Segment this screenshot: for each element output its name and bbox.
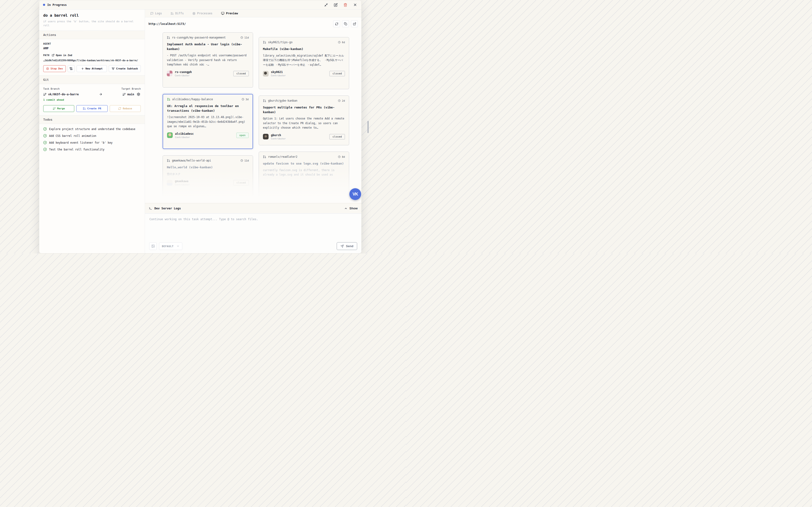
minimize-button[interactable]: [324, 3, 328, 7]
pr-status-badge: open: [236, 133, 249, 138]
pr-card-sky0621[interactable]: sky0621/tips-go 6d Makefile (vibe-kanban…: [259, 37, 349, 89]
delete-button[interactable]: [343, 3, 348, 7]
avatar: [167, 71, 172, 76]
todo-item: Test the barrel roll functionality: [43, 148, 141, 151]
variant-select[interactable]: DEFAULT: [159, 242, 182, 250]
tab-logs[interactable]: Logs: [150, 12, 162, 15]
send-icon: [341, 244, 344, 248]
merge-button[interactable]: Merge: [43, 105, 74, 112]
external-link-icon: [353, 22, 356, 25]
dialog-header: In Progress: [39, 0, 361, 10]
rebase-button[interactable]: Rebase: [110, 105, 141, 112]
path-label: PATH: [43, 54, 49, 57]
stop-circle-icon: [46, 67, 49, 70]
create-subtask-button[interactable]: Create Subtask: [109, 65, 141, 72]
close-icon: [353, 3, 357, 7]
clock-icon: [338, 155, 341, 158]
check-circle-icon: [43, 127, 47, 131]
clock-icon: [338, 99, 341, 102]
check-circle-icon: [43, 148, 47, 151]
check-circle-icon: [43, 134, 47, 137]
commits-ahead: 1 commit ahead: [43, 98, 141, 101]
open-external-button[interactable]: [351, 20, 358, 27]
edit-button[interactable]: [334, 3, 338, 7]
image-icon: [151, 244, 155, 248]
git-fork-icon: [112, 67, 115, 70]
section-todos: Todos: [39, 115, 145, 124]
dev-logs-button[interactable]: [68, 65, 75, 72]
pr-status-badge: closed: [233, 180, 249, 185]
url-text[interactable]: http://localhost:5173/: [149, 22, 186, 25]
message-input[interactable]: [145, 214, 361, 236]
git-pull-request-icon: [167, 98, 170, 101]
agent-label: AGENT: [43, 43, 141, 45]
pr-card-alcibiadesc[interactable]: alcibiadesc/happy-balance 3d UX: Arregla…: [163, 94, 253, 149]
section-actions: Actions: [39, 31, 145, 39]
copy-icon: [344, 22, 347, 25]
clock-icon: [242, 98, 244, 101]
tab-processes[interactable]: Processes: [192, 12, 212, 15]
agent-value: AMP: [43, 47, 141, 50]
dev-server-logs-bar[interactable]: Dev Server Logs Show: [145, 203, 361, 213]
scroll-icon: [69, 67, 72, 70]
target-branch-name: main: [128, 93, 134, 96]
pr-card-romanlv[interactable]: romanlv/readlater2 8d update favicon to …: [259, 152, 349, 203]
chevron-down-icon: [176, 244, 180, 247]
branch-settings-button[interactable]: [136, 92, 141, 97]
attach-image-button[interactable]: [149, 242, 157, 250]
git-pull-request-icon: [170, 12, 173, 15]
pr-card-gburch[interactable]: gburch/gybe-kanban 2d Support multiple r…: [259, 96, 349, 145]
worktree-path: …2dz0k7n62z93299r0000gn/T/vibe-kanban/wo…: [43, 59, 141, 62]
trash-icon: [344, 3, 347, 7]
refresh-icon: [335, 22, 338, 25]
dialog-header-actions: [324, 2, 358, 7]
task-description: if users press the 'b' button, the site …: [43, 20, 141, 27]
dev-logs-label: Dev Server Logs: [154, 207, 181, 210]
rebase-label: Rebase: [123, 107, 132, 110]
create-pr-button[interactable]: Create PR: [77, 105, 107, 112]
preview-panel: Logs Diffs Processes Preview http://loca…: [145, 10, 361, 253]
git-branch-icon: [122, 93, 126, 96]
preview-viewport: rs-cuongph/my-password-management 11d Im…: [145, 30, 361, 203]
arrow-right-icon: [99, 93, 102, 96]
page-scrollbar[interactable]: [367, 121, 369, 133]
git-pull-request-icon: [167, 36, 170, 39]
send-button[interactable]: Send: [337, 242, 357, 250]
check-circle-icon: [43, 141, 47, 144]
target-branch-label: Target Branch: [121, 87, 141, 90]
copy-url-button[interactable]: [342, 20, 349, 27]
avatar: [167, 132, 173, 138]
edit-icon: [334, 3, 338, 7]
status-dot-icon: [43, 4, 45, 6]
git-pull-request-icon: [263, 41, 266, 44]
pr-card-rs-cuongph[interactable]: rs-cuongph/my-password-management 11d Im…: [163, 33, 253, 88]
todo-item: Add CSS barrel roll animation: [43, 134, 141, 137]
plus-icon: [81, 67, 84, 70]
monitor-icon: [221, 12, 224, 15]
status-label: In Progress: [47, 3, 67, 7]
open-in-zed-label: Open in Zed: [56, 54, 72, 57]
tab-preview[interactable]: Preview: [221, 12, 238, 15]
composer: DEFAULT Send: [145, 213, 361, 253]
pr-card-gmaekawa[interactable]: gmaekawa/hello-world-api 11d Hello,world…: [163, 155, 253, 203]
url-bar: http://localhost:5173/: [145, 17, 361, 30]
git-branch-icon: [43, 93, 47, 96]
open-in-zed-link[interactable]: Open in Zed: [52, 54, 72, 57]
new-attempt-button[interactable]: New Attempt: [77, 65, 107, 72]
git-pull-request-icon: [167, 159, 170, 162]
stop-dev-button[interactable]: Stop Dev: [43, 65, 66, 72]
todo-item: Explore project structure and understand…: [43, 127, 141, 131]
refresh-button[interactable]: [333, 20, 340, 27]
pr-status-badge: closed: [329, 134, 345, 139]
merge-label: Merge: [57, 107, 65, 110]
terminal-icon: [149, 207, 152, 210]
close-button[interactable]: [353, 2, 358, 7]
tab-diffs[interactable]: Diffs: [170, 12, 184, 15]
page-title: do a barrel roll: [43, 13, 141, 17]
create-subtask-label: Create Subtask: [116, 67, 138, 70]
task-branch-label: Task Branch: [43, 87, 60, 90]
show-logs-toggle[interactable]: Show: [344, 207, 358, 210]
gear-icon: [137, 93, 140, 96]
vibe-kanban-fab[interactable]: VK: [349, 188, 361, 200]
message-square-icon: [150, 12, 153, 15]
